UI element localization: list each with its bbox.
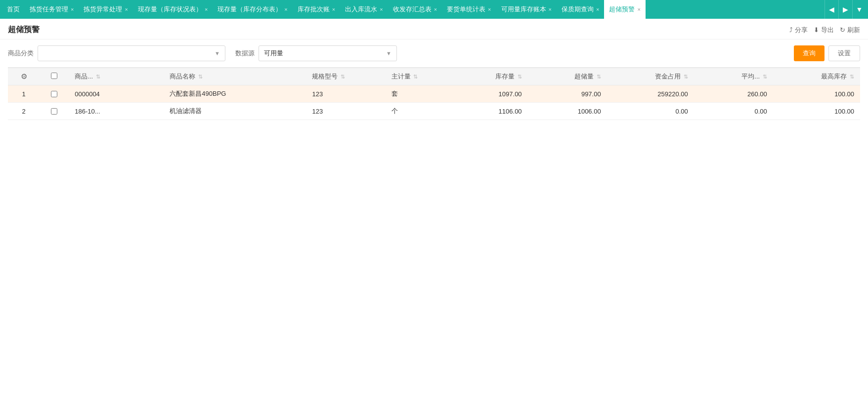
th-check xyxy=(40,68,69,85)
nav-batch[interactable]: 库存批次账 × xyxy=(293,0,340,19)
row-checkbox[interactable] xyxy=(51,91,57,97)
th-avg: 平均... ⇅ xyxy=(694,68,773,85)
filter-actions: 查询 设置 xyxy=(794,45,860,61)
datasource-select[interactable]: 可用量 ▼ xyxy=(259,45,397,61)
share-button[interactable]: ⤴ 分享 xyxy=(789,26,808,35)
chevron-down-icon: ▼ xyxy=(386,50,391,56)
close-icon[interactable]: × xyxy=(284,6,287,12)
page-container: 超储预警 ⤴ 分享 ⬇ 导出 ↻ 刷新 商品分类 ▼ 数据源 xyxy=(0,19,868,395)
category-filter: 商品分类 ▼ xyxy=(8,45,225,61)
th-over: 超储量 ⇅ xyxy=(528,68,607,85)
nav-order-stat[interactable]: 要货单统计表 × xyxy=(442,0,496,19)
table-wrapper: ⚙ 商品... ⇅ 商品名称 ⇅ 规格型号 ⇅ xyxy=(0,68,868,120)
close-icon[interactable]: × xyxy=(332,6,335,12)
row-spec: 123 xyxy=(306,103,385,120)
query-button[interactable]: 查询 xyxy=(794,45,825,61)
sort-icon[interactable]: ⇅ xyxy=(850,74,854,79)
th-capital: 资金占用 ⇅ xyxy=(607,68,694,85)
nav-next-arrow[interactable]: ▶ xyxy=(838,0,852,19)
th-stock: 库存量 ⇅ xyxy=(449,68,528,85)
nav-available[interactable]: 可用量库存账本 × xyxy=(496,0,557,19)
th-name: 商品名称 ⇅ xyxy=(164,68,306,85)
page-header: 超储预警 ⤴ 分享 ⬇ 导出 ↻ 刷新 xyxy=(0,19,868,40)
close-icon[interactable]: × xyxy=(380,6,383,12)
refresh-icon: ↻ xyxy=(840,26,845,34)
row-capital: 259220.00 xyxy=(607,85,694,103)
row-name: 六配套新昌490BPG xyxy=(164,85,306,103)
category-select[interactable]: ▼ xyxy=(38,45,225,61)
row-avg: 0.00 xyxy=(694,103,773,120)
filter-bar: 商品分类 ▼ 数据源 可用量 ▼ 查询 设置 xyxy=(0,40,868,67)
sort-icon[interactable]: ⇅ xyxy=(597,74,601,79)
select-all-checkbox[interactable] xyxy=(51,73,57,79)
nav-stock-dist[interactable]: 现存量（库存分布表） × xyxy=(213,0,292,19)
export-button[interactable]: ⬇ 导出 xyxy=(814,26,834,35)
datasource-filter: 数据源 可用量 ▼ xyxy=(235,45,397,61)
close-icon[interactable]: × xyxy=(434,6,437,12)
row-max: 100.00 xyxy=(773,103,860,120)
nav-overstock[interactable]: 超储预警 × xyxy=(604,0,645,19)
row-stock: 1106.00 xyxy=(449,103,528,120)
chevron-down-icon: ▼ xyxy=(215,50,220,56)
row-spec: 123 xyxy=(306,85,385,103)
nav-exception[interactable]: 拣货异常处理 × xyxy=(79,0,132,19)
table-body: 1 0000004 六配套新昌490BPG 123 套 1097.00 997.… xyxy=(8,85,860,120)
sort-icon[interactable]: ⇅ xyxy=(198,74,203,79)
close-icon[interactable]: × xyxy=(125,6,128,12)
row-checkbox[interactable] xyxy=(51,108,57,115)
close-icon[interactable]: × xyxy=(549,6,552,12)
close-icon[interactable]: × xyxy=(71,6,74,12)
th-spec: 规格型号 ⇅ xyxy=(306,68,385,85)
row-seq: 2 xyxy=(8,103,40,120)
settings-button[interactable]: 设置 xyxy=(828,45,860,61)
nav-task-mgmt[interactable]: 拣货任务管理 × xyxy=(25,0,79,19)
top-nav: 首页 拣货任务管理 × 拣货异常处理 × 现存量（库存状况表） × 现存量（库存… xyxy=(0,0,868,19)
nav-prev-arrow[interactable]: ◀ xyxy=(825,0,838,19)
gear-icon[interactable]: ⚙ xyxy=(21,72,27,80)
close-icon[interactable]: × xyxy=(488,6,491,12)
nav-stock-status[interactable]: 现存量（库存状况表） × xyxy=(133,0,213,19)
row-over: 997.00 xyxy=(528,85,607,103)
row-avg: 260.00 xyxy=(694,85,773,103)
nav-shelf-life[interactable]: 保质期查询 × xyxy=(557,0,604,19)
row-max: 100.00 xyxy=(773,85,860,103)
data-table: ⚙ 商品... ⇅ 商品名称 ⇅ 规格型号 ⇅ xyxy=(8,68,860,120)
table-row: 1 0000004 六配套新昌490BPG 123 套 1097.00 997.… xyxy=(8,85,860,103)
table-header-row: ⚙ 商品... ⇅ 商品名称 ⇅ 规格型号 ⇅ xyxy=(8,68,860,85)
category-label: 商品分类 xyxy=(8,49,34,58)
header-actions: ⤴ 分享 ⬇ 导出 ↻ 刷新 xyxy=(789,26,860,35)
th-unit: 主计量 ⇅ xyxy=(386,68,449,85)
row-unit: 套 xyxy=(386,85,449,103)
row-capital: 0.00 xyxy=(607,103,694,120)
sort-icon[interactable]: ⇅ xyxy=(763,74,767,79)
refresh-button[interactable]: ↻ 刷新 xyxy=(840,26,860,35)
nav-inout[interactable]: 出入库流水 × xyxy=(340,0,388,19)
close-icon[interactable]: × xyxy=(596,6,599,12)
row-seq: 1 xyxy=(8,85,40,103)
row-stock: 1097.00 xyxy=(449,85,528,103)
th-settings: ⚙ xyxy=(8,68,40,85)
page-title: 超储预警 xyxy=(8,25,40,35)
datasource-value: 可用量 xyxy=(264,49,283,58)
nav-home[interactable]: 首页 xyxy=(2,0,25,19)
sort-icon[interactable]: ⇅ xyxy=(413,74,418,79)
share-icon: ⤴ xyxy=(789,26,793,34)
row-code: 0000004 xyxy=(69,85,164,103)
close-icon[interactable]: × xyxy=(637,6,640,12)
row-code: 186-10... xyxy=(69,103,164,120)
row-check xyxy=(40,85,69,103)
th-max: 最高库存 ⇅ xyxy=(773,68,860,85)
nav-arrows: ◀ ▶ ▼ xyxy=(825,0,866,19)
row-over: 1006.00 xyxy=(528,103,607,120)
sort-icon[interactable]: ⇅ xyxy=(96,74,100,79)
sort-icon[interactable]: ⇅ xyxy=(341,74,345,79)
sort-icon[interactable]: ⇅ xyxy=(518,74,522,79)
nav-summary[interactable]: 收发存汇总表 × xyxy=(388,0,442,19)
close-icon[interactable]: × xyxy=(205,6,208,12)
sort-icon[interactable]: ⇅ xyxy=(684,74,688,79)
datasource-label: 数据源 xyxy=(235,49,255,58)
row-check xyxy=(40,103,69,120)
table-row: 2 186-10... 机油滤清器 123 个 1106.00 1006.00 … xyxy=(8,103,860,120)
th-code: 商品... ⇅ xyxy=(69,68,164,85)
nav-more-arrow[interactable]: ▼ xyxy=(852,0,866,19)
